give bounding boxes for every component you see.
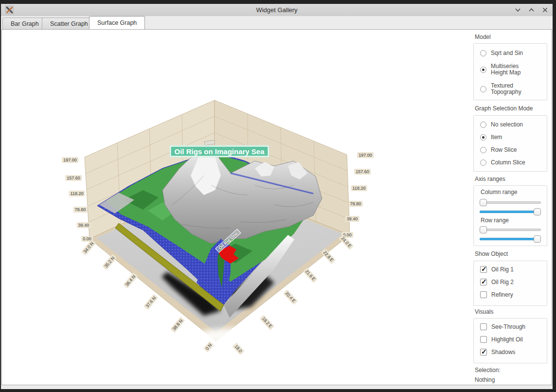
tab-label: Surface Graph [97, 19, 137, 26]
row-range-label: Row range [481, 217, 509, 224]
visuals-group: See-Through Highlight Oil Shadows [473, 318, 547, 363]
value-tick: 157.60 [354, 169, 371, 175]
value-tick: 197.00 [62, 157, 78, 163]
column-range-label: Column range [481, 189, 517, 196]
slider-groove[interactable] [480, 211, 541, 213]
selection-label: Selection: [475, 367, 501, 374]
slider-handle[interactable] [480, 199, 487, 206]
value-tick: 78.80 [349, 201, 363, 207]
radio-icon [480, 147, 486, 153]
selection-mode-group-label: Graph Selection Mode [475, 105, 533, 112]
radio-label: Multiseries Height Map [491, 63, 533, 76]
slider-groove[interactable] [480, 201, 541, 204]
checkbox-label: Refinery [491, 292, 513, 298]
checkbox-highlight-oil[interactable]: Highlight Oil [480, 336, 523, 343]
show-object-group-label: Show Object [475, 250, 508, 257]
window-title: Widget Gallery [1, 6, 553, 14]
checkbox-icon [480, 336, 487, 343]
tab-bar: Bar Graph Scatter Graph Surface Graph [1, 16, 553, 29]
radio-icon [480, 50, 486, 56]
radio-label: Textured Topography [491, 83, 533, 95]
show-object-group: Oil Rig 1 Oil Rig 2 Refinery [473, 261, 547, 306]
model-group-label: Model [475, 34, 491, 40]
visuals-group-label: Visuals [475, 308, 493, 315]
checkbox-shadows[interactable]: Shadows [480, 349, 515, 356]
radio-textured-topography[interactable]: Textured Topography [480, 83, 533, 95]
slider-handle[interactable] [480, 226, 487, 233]
value-tick: 39.40 [345, 216, 359, 222]
title-bar[interactable]: Widget Gallery [1, 4, 553, 16]
checkbox-icon [480, 349, 487, 356]
radio-icon [480, 86, 486, 92]
tab-scatter-graph[interactable]: Scatter Graph [42, 18, 96, 29]
radio-item[interactable]: Item [480, 134, 502, 141]
checkbox-refinery[interactable]: Refinery [480, 291, 513, 298]
radio-icon [480, 134, 486, 141]
radio-column-slice[interactable]: Column Slice [480, 160, 525, 166]
minimize-button[interactable] [513, 5, 522, 15]
value-tick: 197.00 [357, 152, 374, 158]
radio-row-slice[interactable]: Row Slice [480, 147, 517, 153]
value-tick: 39.40 [77, 222, 91, 228]
radio-sqrt-and-sin[interactable]: Sqrt and Sin [480, 50, 523, 56]
tab-label: Scatter Graph [50, 20, 88, 27]
checkbox-icon [480, 291, 487, 298]
column-range-min-slider[interactable] [480, 199, 541, 206]
column-range-max-slider[interactable] [480, 208, 541, 215]
chart-title: Oil Rigs on Imaginary Sea [170, 146, 269, 157]
tab-surface-graph[interactable]: Surface Graph [89, 16, 145, 29]
radio-label: Row Slice [491, 147, 517, 153]
slider-handle[interactable] [534, 235, 541, 243]
application-window: Widget Gallery Bar Graph Scatter Graph S… [0, 0, 556, 392]
axis-ranges-group-label: Axis ranges [475, 176, 505, 182]
value-tick: 118.20 [69, 191, 85, 196]
slider-groove[interactable] [480, 238, 541, 240]
tab-bar-graph[interactable]: Bar Graph [2, 18, 47, 29]
checkbox-label: Oil Rig 2 [491, 279, 514, 285]
checkbox-label: Highlight Oil [491, 337, 523, 343]
row-range-min-slider[interactable] [480, 226, 541, 233]
model-group: Sqrt and Sin Multiseries Height Map Text… [473, 43, 547, 100]
radio-icon [480, 160, 486, 166]
checkbox-label: See-Through [491, 324, 525, 330]
checkbox-oil-rig-2[interactable]: Oil Rig 2 [480, 279, 514, 285]
checkbox-see-through[interactable]: See-Through [480, 323, 525, 330]
radio-multiseries-height-map[interactable]: Multiseries Height Map [480, 63, 533, 76]
checkbox-icon [480, 279, 487, 285]
checkbox-label: Oil Rig 1 [491, 267, 514, 273]
value-tick: 118.20 [351, 185, 367, 191]
radio-no-selection[interactable]: No selection [480, 122, 523, 128]
radio-icon [480, 122, 486, 128]
surface-graph-page: Oil Rigs on Imaginary Sea Oil Rig One 19… [1, 29, 552, 385]
radio-label: Item [491, 134, 502, 141]
checkbox-label: Shadows [491, 349, 515, 356]
close-button[interactable] [540, 5, 550, 15]
radio-label: No selection [491, 122, 523, 128]
checkbox-icon [480, 266, 487, 273]
radio-icon [480, 67, 486, 73]
slider-groove[interactable] [480, 229, 541, 231]
surface-chart-3d[interactable] [2, 30, 469, 386]
tab-label: Bar Graph [11, 20, 39, 27]
radio-label: Sqrt and Sin [491, 50, 523, 56]
selection-value: Nothing [475, 376, 495, 383]
maximize-button[interactable] [527, 5, 536, 15]
checkbox-icon [480, 323, 487, 330]
selection-mode-group: No selection Item Row Slice Column Slice [473, 115, 547, 172]
value-tick: 78.80 [73, 207, 88, 213]
row-range-max-slider[interactable] [480, 235, 541, 243]
radio-label: Column Slice [491, 160, 525, 166]
value-tick: 157.60 [65, 175, 82, 181]
slider-handle[interactable] [534, 208, 541, 215]
checkbox-oil-rig-1[interactable]: Oil Rig 1 [480, 266, 514, 273]
